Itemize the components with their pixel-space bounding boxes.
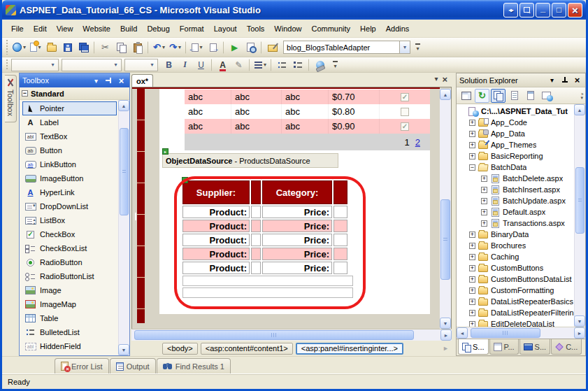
- tree-item[interactable]: BasicReporting: [458, 150, 574, 162]
- tree-item[interactable]: EditDeleteDataList: [458, 318, 574, 327]
- toolbar-button[interactable]: [43, 40, 59, 55]
- toolbox-item[interactable]: Image: [22, 283, 117, 297]
- pager-page-link[interactable]: 2: [415, 137, 420, 148]
- format-button[interactable]: [312, 57, 328, 73]
- format-button[interactable]: [231, 57, 247, 73]
- toolbar-button[interactable]: [148, 41, 149, 54]
- scroll-right-button[interactable]: [574, 327, 585, 339]
- tree-item[interactable]: CustomButtons: [458, 262, 574, 273]
- window-button[interactable]: [552, 3, 566, 17]
- style-combo[interactable]: [11, 59, 59, 71]
- tree-expander[interactable]: [469, 276, 475, 283]
- format-button[interactable]: [249, 59, 250, 71]
- toolbox-item[interactable]: DropDownList: [22, 199, 117, 213]
- tree-expander[interactable]: [481, 198, 487, 204]
- solution-explorer-tool-button[interactable]: [539, 89, 554, 103]
- menu-item[interactable]: Format: [175, 22, 209, 35]
- tree-expander[interactable]: [469, 254, 475, 260]
- menu-item[interactable]: Window: [269, 22, 306, 35]
- scrollbar-thumb[interactable]: [440, 199, 450, 280]
- document-tab[interactable]: ox*: [131, 74, 153, 87]
- combo-dropdown-icon[interactable]: [399, 41, 410, 53]
- tag-navigator-tab[interactable]: <asp:panel#insertinginter...>: [296, 343, 403, 355]
- tree-item[interactable]: Transactions.aspx: [458, 218, 574, 229]
- solution-explorer-menu-button[interactable]: [547, 76, 557, 85]
- combo-dropdown-icon[interactable]: [48, 59, 58, 71]
- menu-item[interactable]: Website: [78, 22, 115, 35]
- solution-explorer-tool-button[interactable]: [475, 89, 489, 103]
- toolbox-item[interactable]: Pointer: [22, 101, 117, 115]
- tree-expander[interactable]: [469, 243, 475, 249]
- toolbar-button[interactable]: [243, 40, 259, 55]
- toolbar-grip[interactable]: [6, 59, 9, 71]
- toolbox-item[interactable]: Label: [22, 115, 117, 129]
- window-button[interactable]: [536, 3, 550, 17]
- tree-item[interactable]: BatchDelete.aspx: [458, 173, 574, 184]
- tree-item[interactable]: CustomFormatting: [458, 285, 574, 296]
- designed-page[interactable]: abc abc abc $0.70 abc abc abc $0.80: [159, 89, 430, 314]
- tree-expander[interactable]: [469, 120, 475, 126]
- toolbar-button[interactable]: [76, 40, 92, 55]
- toolbox-item[interactable]: TextBox: [22, 129, 117, 143]
- solution-explorer-tool-button[interactable]: [491, 89, 505, 103]
- tree-item[interactable]: BatchData: [458, 162, 574, 173]
- solution-explorer-close-button[interactable]: [572, 76, 582, 85]
- design-surface[interactable]: abc abc abc $0.70 abc abc abc $0.80: [131, 87, 452, 329]
- format-button[interactable]: [211, 59, 213, 71]
- toolbox-item[interactable]: CheckBox: [22, 227, 117, 241]
- toolbar-button[interactable]: [129, 40, 145, 55]
- solution-explorer-tool-button[interactable]: [507, 89, 522, 103]
- solution-tree-scrollbar[interactable]: [574, 104, 585, 327]
- smart-tag-icon[interactable]: [162, 148, 168, 155]
- toolbar-button[interactable]: [185, 41, 187, 54]
- tree-item[interactable]: BatchUpdate.aspx: [458, 195, 574, 206]
- tree-expander[interactable]: [469, 142, 475, 148]
- toolbox-item[interactable]: HyperLink: [22, 185, 117, 199]
- format-button[interactable]: [252, 57, 268, 73]
- toolbox-item[interactable]: ListBox: [22, 213, 117, 227]
- tree-item[interactable]: DataListRepeaterBasics: [458, 296, 574, 307]
- tool-window-tab[interactable]: P...: [489, 339, 519, 355]
- toolbar-button[interactable]: [11, 40, 27, 55]
- scroll-right-button[interactable]: [440, 329, 452, 341]
- toolbar-button[interactable]: [27, 40, 43, 55]
- toolbox-item[interactable]: HiddenField: [22, 339, 117, 353]
- window-button[interactable]: [519, 3, 534, 17]
- toolbox-group-header[interactable]: Standard: [20, 87, 129, 100]
- menu-item[interactable]: Edit: [29, 22, 52, 35]
- toolbox-item[interactable]: CheckBoxList: [22, 241, 117, 255]
- toolbox-item[interactable]: ImageButton: [22, 171, 117, 185]
- toolbox-header[interactable]: Toolbox: [20, 73, 129, 87]
- tree-item[interactable]: BinaryData: [458, 229, 574, 240]
- title-bar[interactable]: ASPNET_Data_Tutorial_66_CS - Microsoft V…: [2, 0, 586, 20]
- tree-expander[interactable]: [469, 321, 475, 327]
- tag-navigator-tab[interactable]: <body>: [162, 343, 198, 355]
- document-close-button[interactable]: [442, 74, 447, 85]
- scroll-up-button[interactable]: [574, 104, 585, 115]
- format-button[interactable]: I: [177, 57, 193, 73]
- tree-item[interactable]: DataListRepeaterFilterin: [458, 307, 574, 318]
- scroll-up-button[interactable]: [118, 100, 129, 111]
- toolbox-close-button[interactable]: [116, 76, 127, 85]
- scrollbar-thumb[interactable]: [120, 128, 129, 215]
- tag-navigator-tab[interactable]: <asp:content#content1>: [201, 343, 293, 355]
- tree-expander[interactable]: [469, 265, 475, 271]
- format-button[interactable]: B: [161, 57, 177, 73]
- toolbar-button[interactable]: [205, 40, 221, 55]
- tree-item[interactable]: App_Code: [458, 117, 574, 128]
- toolbox-menu-button[interactable]: [91, 76, 101, 85]
- toolbar-button[interactable]: [261, 41, 262, 54]
- solution-explorer-pin-button[interactable]: [559, 76, 570, 85]
- solution-explorer-header[interactable]: Solution Explorer: [457, 73, 585, 87]
- tree-item[interactable]: Default.aspx: [458, 206, 574, 218]
- menu-item[interactable]: Tools: [242, 22, 270, 35]
- combo-dropdown-icon[interactable]: [110, 59, 121, 71]
- menu-item[interactable]: Addins: [381, 22, 415, 35]
- scroll-up-button[interactable]: [440, 89, 451, 100]
- design-vertical-scrollbar[interactable]: [440, 89, 451, 329]
- toolbar-button[interactable]: [97, 40, 113, 55]
- font-combo[interactable]: [62, 59, 122, 71]
- font-size-combo[interactable]: [124, 59, 158, 71]
- toolbar-button[interactable]: [151, 40, 167, 55]
- toolbar-button[interactable]: [189, 40, 205, 55]
